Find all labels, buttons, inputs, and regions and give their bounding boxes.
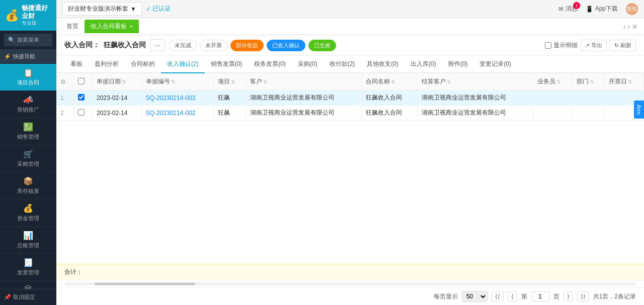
sidebar-item-label: 库存核算 — [17, 187, 39, 195]
user-avatar[interactable]: 珠珠 — [626, 3, 638, 15]
table-header: ⚙单据日期 ⇅单据编号 ⇅项目 ⇅客户 ⇅合同名称 ⇅结算客户 ⇅业务员 ⇅部门… — [56, 73, 644, 90]
page-size-select[interactable]: 2050100 — [462, 291, 488, 302]
active-tab[interactable]: 收入合同看板 × — [85, 20, 139, 33]
col-header-salesman[interactable]: 业务员 ⇅ — [533, 73, 572, 90]
col-header-contract_name[interactable]: 合同名称 ⇅ — [362, 73, 418, 90]
sidebar-item-tax[interactable]: 🏛税务管理 — [0, 281, 56, 289]
message-button[interactable]: ✉ 消息 1 — [558, 5, 578, 13]
avatar-image: 珠珠 — [626, 3, 638, 15]
data-table: ⚙单据日期 ⇅单据编号 ⇅项目 ⇅客户 ⇅合同名称 ⇅结算客户 ⇅业务员 ⇅部门… — [56, 73, 644, 121]
check-icon: ✓ — [146, 6, 151, 13]
first-page-button[interactable]: ⟨⟨ — [492, 291, 504, 301]
sidebar-item-label: 资金管理 — [17, 215, 39, 222]
sidebar-item-inventory[interactable]: 📦库存核算 — [0, 172, 56, 199]
company-selector[interactable]: 好业财专业版演示帐套 ▼ — [62, 2, 142, 16]
cell-number[interactable]: SQ-20230214-003 — [146, 94, 196, 101]
header-right-actions: 显示明细 ↗ 导出 ↻ 刷新 — [545, 40, 636, 51]
prev-page-button[interactable]: ⟨ — [508, 291, 517, 301]
inventory-icon: 📦 — [23, 176, 33, 186]
sub-tab-其他收支[interactable]: 其他收支(0) — [361, 56, 405, 73]
sub-tab-采购[interactable]: 采购(0) — [292, 56, 324, 73]
sidebar-item-funds[interactable]: 💰资金管理 — [0, 199, 56, 227]
col-header-department[interactable]: 部门 ⇅ — [573, 73, 604, 90]
sub-tab-收付款[interactable]: 收付款(2) — [324, 56, 361, 73]
table-cell-number: SQ-20230214-003 — [141, 90, 214, 106]
logo-icon: 💰 — [5, 9, 19, 22]
sub-tab-出入库[interactable]: 出入库(0) — [405, 56, 442, 73]
status-btn-已生效[interactable]: 已生效 — [308, 40, 336, 51]
export-button[interactable]: ↗ 导出 — [581, 40, 607, 51]
tab-prev-button[interactable]: ‹ — [623, 23, 626, 31]
search-menu-button[interactable]: 🔍 搜索菜单 — [4, 34, 52, 46]
last-page-button[interactable]: ⟩⟩ — [577, 291, 589, 301]
sub-tab-变更记录[interactable]: 变更记录(0) — [473, 56, 517, 73]
app-type: 专业版 — [22, 20, 51, 27]
sidebar-item-sales[interactable]: 💹销售管理 — [0, 118, 56, 145]
scroll-track[interactable] — [64, 282, 636, 285]
sidebar-item-accounts[interactable]: 📊总账管理 — [0, 227, 56, 254]
contract-title-name: 狂飙收入合同 — [104, 41, 146, 50]
total-label: 合计： — [64, 268, 83, 276]
right-float-panel[interactable]: Arm — [634, 100, 644, 119]
cell-customer: 湖南卫视商业运营发展有限公司 — [250, 109, 335, 116]
col-header-end_customer[interactable]: 结算客户 ⇅ — [417, 73, 533, 90]
sub-tab-合同标的[interactable]: 合同标的 — [125, 56, 161, 73]
sub-tab-看板[interactable]: 看板 — [64, 56, 89, 73]
scroll-thumb[interactable] — [95, 282, 195, 285]
select-all-checkbox[interactable] — [78, 78, 85, 84]
marketing-icon: 📣 — [23, 95, 33, 105]
status-btn-未开票[interactable]: 未开票 — [200, 40, 227, 51]
sub-tab-销售发票[interactable]: 销售发票(0) — [205, 56, 249, 73]
show-detail-label: 显示明细 — [553, 41, 578, 50]
sidebar-bottom[interactable]: 📌 取消固定 — [0, 289, 56, 305]
tab-close-button[interactable]: × — [130, 24, 133, 29]
status-btn-部分收款[interactable]: 部分收款 — [230, 40, 264, 51]
refresh-button[interactable]: ↻ 刷新 — [610, 40, 636, 51]
sidebar-item-invoice[interactable]: 🧾发票管理 — [0, 254, 56, 281]
sidebar-item-label: 发票管理 — [17, 269, 39, 276]
sidebar-item-label: 采购管理 — [17, 160, 39, 168]
refresh-icon: ↻ — [614, 42, 619, 49]
active-tab-label: 收入合同看板 — [91, 22, 127, 31]
col-header-checkbox — [73, 73, 92, 90]
settings-gear-icon[interactable]: ⚙ — [60, 78, 66, 85]
contract-title: 收入合同： 狂飙收入合同 — [64, 41, 146, 50]
sidebar-item-purchase[interactable]: 🛒采购管理 — [0, 145, 56, 172]
status-btn-已收入确认[interactable]: 已收入确认 — [267, 40, 305, 51]
show-detail-checkbox[interactable]: 显示明细 — [545, 41, 578, 50]
current-page-input[interactable] — [531, 291, 549, 301]
tab-next-button[interactable]: › — [627, 23, 630, 31]
col-header-date[interactable]: 单据日期 ⇅ — [93, 73, 142, 90]
table-row[interactable]: 12023-02-14SQ-20230214-003狂飙湖南卫视商业运营发展有限… — [56, 90, 644, 106]
sub-tab-盈利分析[interactable]: 盈利分析 — [89, 56, 125, 73]
app-download-button[interactable]: 📱 App下载 — [586, 5, 618, 13]
unpin-label: 取消固定 — [13, 293, 35, 301]
row-checkbox[interactable] — [78, 94, 85, 100]
sub-tab-收入确认[interactable]: 收入确认(2) — [161, 56, 205, 73]
cell-date: 2023-02-14 — [97, 94, 127, 101]
table-row[interactable]: 22023-02-14SQ-20230214-002狂飙湖南卫视商业运营发展有限… — [56, 106, 644, 121]
total-info: 共1页，2条记录 — [593, 292, 636, 301]
more-options-button[interactable]: ··· — [150, 39, 165, 51]
show-detail-check[interactable] — [545, 42, 551, 49]
sidebar-item-project[interactable]: 📋项目合同 — [0, 64, 56, 91]
quick-nav-button[interactable]: ⚡ 快捷导航 — [0, 50, 56, 64]
status-btn-未完成[interactable]: 未完成 — [169, 40, 197, 51]
col-header-number[interactable]: 单据编号 ⇅ — [141, 73, 214, 90]
col-header-project[interactable]: 项目 ⇅ — [214, 73, 246, 90]
next-page-button[interactable]: ⟩ — [564, 291, 573, 301]
col-header-bill_date[interactable]: 开票日 ⇅ — [604, 73, 643, 90]
sub-tab-附件[interactable]: 附件(0) — [442, 56, 474, 73]
content-area: 收入合同： 狂飙收入合同 ··· 未完成未开票部分收款已收入确认已生效 显示明细… — [56, 35, 644, 305]
accounts-icon: 📊 — [23, 231, 33, 240]
col-header-customer[interactable]: 客户 ⇅ — [246, 73, 361, 90]
row-checkbox[interactable] — [78, 109, 85, 116]
cell-number[interactable]: SQ-20230214-002 — [146, 110, 196, 117]
home-tab[interactable]: 首页 — [62, 19, 83, 34]
sub-tab-税务发票[interactable]: 税务发票(0) — [248, 56, 292, 73]
sidebar-item-marketing[interactable]: 📣营销推广 — [0, 91, 56, 118]
tab-close-all-button[interactable]: ✕ — [632, 23, 638, 31]
data-table-container: ⚙单据日期 ⇅单据编号 ⇅项目 ⇅客户 ⇅合同名称 ⇅结算客户 ⇅业务员 ⇅部门… — [56, 73, 644, 264]
page-prefix: 第 — [521, 292, 527, 301]
cell-end-customer: 湖南卫视商业运营发展有限公司 — [422, 109, 506, 116]
